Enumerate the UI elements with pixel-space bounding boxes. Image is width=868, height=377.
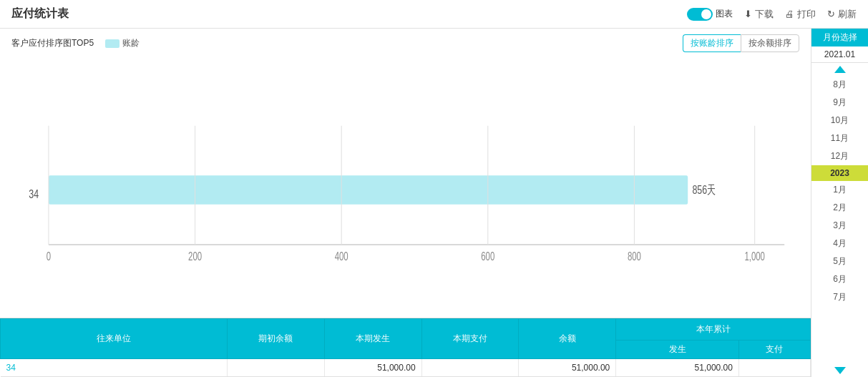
col-current-occ-header: 本期发生 [324, 319, 421, 359]
svg-text:400: 400 [335, 250, 348, 263]
svg-text:856天: 856天 [692, 182, 716, 197]
svg-text:600: 600 [481, 250, 494, 263]
month-item-6[interactable]: 6月 [811, 270, 868, 288]
month-item-2[interactable]: 2月 [811, 199, 868, 217]
col-ytd-occ-header: 发生 [616, 341, 739, 359]
svg-rect-1 [49, 175, 688, 204]
sidebar-up-button[interactable] [811, 63, 868, 76]
print-label: 打印 [797, 8, 816, 21]
svg-text:34: 34 [29, 187, 39, 201]
svg-text:1,000: 1,000 [744, 250, 765, 263]
col-opening-header: 期初余额 [227, 319, 324, 359]
refresh-button[interactable]: ↻ 刷新 [827, 8, 857, 21]
month-list: 8月 9月 10月 11月 12月 2023 1月 2月 3月 4月 5月 6月… [811, 76, 868, 364]
chevron-up-icon[interactable] [834, 66, 846, 73]
chart-header: 客户应付排序图TOP5 账龄 按账龄排序 按余额排序 [0, 29, 811, 58]
col-balance-header: 余额 [519, 319, 616, 359]
legend-item-age: 账龄 [105, 37, 140, 49]
month-item-10[interactable]: 10月 [811, 112, 868, 129]
chart-svg: 34 856天 0 200 400 600 800 1,000 [11, 64, 799, 312]
year-marker[interactable]: 2023 [811, 165, 868, 181]
month-item-11[interactable]: 11月 [811, 129, 868, 147]
col-ytd-pay-header: 支付 [738, 341, 810, 359]
refresh-icon: ↻ [827, 9, 835, 19]
col-ytd-header: 本年累计 [616, 319, 811, 341]
download-button[interactable]: ⬇ 下载 [744, 8, 774, 21]
chart-toggle-label: 图表 [716, 8, 733, 20]
chart-toggle[interactable] [687, 8, 713, 21]
cell-ytd-pay [738, 359, 810, 377]
app-container: 应付统计表 图表 ⬇ 下载 🖨 打印 ↻ 刷新 [0, 0, 868, 377]
unit-link[interactable]: 34 [6, 363, 16, 373]
cell-current-pay [421, 359, 519, 377]
sort-buttons: 按账龄排序 按余额排序 [683, 34, 799, 52]
sidebar-current-value[interactable]: 2021.01 [811, 46, 868, 63]
right-sidebar: 月份选择 2021.01 8月 9月 10月 11月 12月 2023 1月 2… [811, 29, 868, 377]
month-item-3[interactable]: 3月 [811, 217, 868, 235]
print-icon: 🖨 [785, 9, 794, 19]
col-unit-header: 往来单位 [1, 319, 228, 359]
refresh-label: 刷新 [838, 8, 857, 21]
print-button[interactable]: 🖨 打印 [785, 8, 816, 21]
table-header-row: 往来单位 期初余额 本期发生 本期支付 余额 本年累计 [1, 319, 811, 341]
header-actions: 图表 ⬇ 下载 🖨 打印 ↻ 刷新 [687, 8, 857, 21]
cell-ytd-occ: 51,000.00 [616, 359, 739, 377]
month-item-12[interactable]: 12月 [811, 147, 868, 165]
legend-color-label: 账龄 [122, 37, 140, 49]
legend-color-box [105, 39, 120, 48]
header: 应付统计表 图表 ⬇ 下载 🖨 打印 ↻ 刷新 [0, 0, 868, 29]
page-title: 应付统计表 [11, 6, 69, 21]
month-item-8[interactable]: 8月 [811, 76, 868, 94]
month-item-4[interactable]: 4月 [811, 235, 868, 253]
sidebar-down-button[interactable] [811, 364, 868, 377]
cell-balance: 51,000.00 [519, 359, 616, 377]
month-item-9[interactable]: 9月 [811, 94, 868, 112]
cell-current-occ: 51,000.00 [324, 359, 421, 377]
svg-text:0: 0 [47, 250, 52, 263]
download-icon: ⬇ [744, 9, 752, 19]
chart-legend: 客户应付排序图TOP5 账龄 [11, 37, 140, 49]
month-item-5[interactable]: 5月 [811, 253, 868, 270]
chart-section: 客户应付排序图TOP5 账龄 按账龄排序 按余额排序 34 [0, 29, 811, 377]
chevron-down-icon[interactable] [834, 367, 846, 374]
main-content: 客户应付排序图TOP5 账龄 按账龄排序 按余额排序 34 [0, 29, 868, 377]
cell-unit: 34 [1, 359, 228, 377]
download-label: 下载 [755, 8, 774, 21]
chart-wrap: 34 856天 0 200 400 600 800 1,000 [0, 58, 811, 318]
month-item-7[interactable]: 7月 [811, 288, 868, 306]
svg-text:800: 800 [628, 250, 641, 263]
svg-text:200: 200 [188, 250, 202, 263]
cell-opening [227, 359, 324, 377]
sort-by-balance-button[interactable]: 按账龄排序 [683, 34, 741, 52]
month-item-1[interactable]: 1月 [811, 181, 868, 199]
sidebar-month-header: 月份选择 [811, 29, 868, 46]
table-section: 往来单位 期初余额 本期发生 本期支付 余额 本年累计 发生 支付 [0, 318, 811, 377]
table-body: 34 51,000.00 51,000.00 51,000.00 [1, 359, 811, 377]
legend-text: 客户应付排序图TOP5 [11, 37, 94, 49]
col-current-pay-header: 本期支付 [421, 319, 519, 359]
sort-by-amount-button[interactable]: 按余额排序 [741, 34, 799, 52]
data-table: 往来单位 期初余额 本期发生 本期支付 余额 本年累计 发生 支付 [0, 318, 811, 377]
chart-toggle-wrap[interactable]: 图表 [687, 8, 733, 21]
table-row: 34 51,000.00 51,000.00 51,000.00 [1, 359, 811, 377]
